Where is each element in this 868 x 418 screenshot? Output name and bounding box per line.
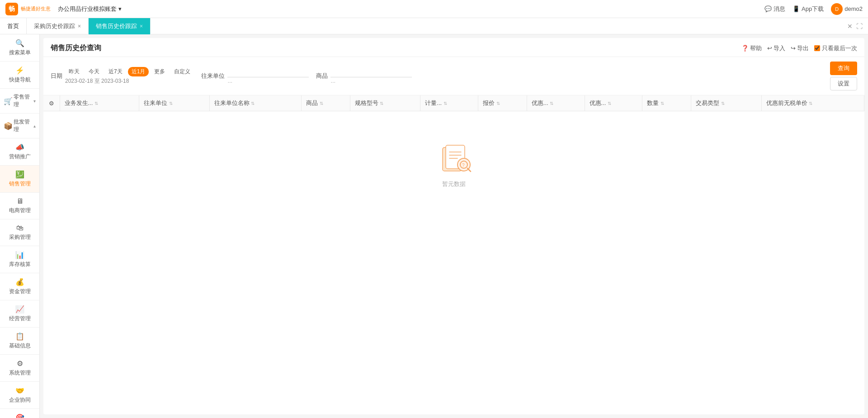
th-qty[interactable]: 数量 ⇅ xyxy=(642,95,691,111)
date-buttons: 昨天 今天 近7天 近1月 更多 自定义 xyxy=(65,67,194,76)
sidebar-retail-label: 零售管理 xyxy=(14,93,33,109)
tab-sales-close[interactable]: × xyxy=(140,23,143,29)
date-btn-more[interactable]: 更多 xyxy=(151,67,169,76)
sidebar-item-corp[interactable]: 🤝 企业协同 xyxy=(0,382,39,409)
user-area[interactable]: D demo2 xyxy=(831,3,863,15)
sidebar-item-search[interactable]: 🔍 搜索菜单 xyxy=(0,34,39,62)
chevron-down-icon: ▾ xyxy=(33,99,36,104)
sidebar-item-purchase[interactable]: 🛍 采购管理 xyxy=(0,219,39,246)
topbar: 畅 畅捷通好生意 办公用品行业模拟账套 ▾ 💬 消息 📱 App下载 D dem… xyxy=(0,0,868,18)
sidebar-item-wholesale[interactable]: 📦 批发管理 ▴ xyxy=(0,114,39,138)
sort-icon: ⇅ xyxy=(251,101,255,106)
chevron-up-icon: ▴ xyxy=(33,124,36,128)
goods-filter-group: 商品 ... xyxy=(316,68,412,84)
th-goods[interactable]: 商品 ⇅ xyxy=(301,95,350,111)
table-header-row: ⚙ 业务发生... ⇅ 往来单位 ⇅ 往来单位名称 ⇅ 商品 ⇅ 规格型号 ⇅ … xyxy=(43,95,864,111)
th-notax-price[interactable]: 优惠前无税单价 ⇅ xyxy=(761,95,864,111)
export-icon: ↪ xyxy=(791,45,796,52)
sidebar-item-inventory[interactable]: 📊 库存核算 xyxy=(0,246,39,273)
sidebar-item-ops[interactable]: 📈 经营管理 xyxy=(0,300,39,328)
th-gear[interactable]: ⚙ xyxy=(43,95,60,111)
th-trade-type[interactable]: 交易类型 ⇅ xyxy=(691,95,761,111)
sidebar-ecom-label: 电商管理 xyxy=(9,207,31,214)
sidebar-item-shortcut[interactable]: ⚡ 快捷导航 xyxy=(0,62,39,89)
goods-input[interactable] xyxy=(330,68,412,77)
tab-sales-label: 销售历史价跟踪 xyxy=(96,22,137,30)
sidebar-item-finance[interactable]: 💰 资金管理 xyxy=(0,273,39,300)
show-last-checkbox[interactable] xyxy=(814,45,820,51)
message-label: 消息 xyxy=(774,5,785,13)
app-label: App下载 xyxy=(802,5,824,13)
guide-icon: 🎯 xyxy=(15,413,24,418)
th-price[interactable]: 报价 ⇅ xyxy=(478,95,527,111)
th-biz-date[interactable]: 业务发生... ⇅ xyxy=(60,95,139,111)
corp-icon: 🤝 xyxy=(15,386,24,395)
base-icon: 📋 xyxy=(15,332,24,341)
sort-icon: ⇅ xyxy=(721,101,725,106)
tabbar: 首页 采购历史价跟踪 × 销售历史价跟踪 × ✕ ⛶ xyxy=(0,18,868,34)
sidebar-item-system[interactable]: ⚙ 系统管理 xyxy=(0,355,39,382)
query-button[interactable]: 查询 xyxy=(830,62,857,75)
show-last-label: 只看最后一次 xyxy=(822,44,857,52)
th-partner-id[interactable]: 往来单位 ⇅ xyxy=(139,95,210,111)
tab-purchase[interactable]: 采购历史价跟踪 × xyxy=(27,18,89,34)
date-label: 日期 xyxy=(51,72,62,80)
th-partner-name[interactable]: 往来单位名称 ⇅ xyxy=(209,95,301,111)
sidebar-item-guide[interactable]: 🎯 新手引导 xyxy=(0,409,39,418)
message-icon: 💬 xyxy=(764,5,772,12)
search-icon: 🔍 xyxy=(15,39,24,48)
page-title: 销售历史价查询 xyxy=(51,43,101,53)
logo-icon: 畅 xyxy=(5,3,18,15)
sidebar-item-retail[interactable]: 🛒 零售管理 ▾ xyxy=(0,89,39,114)
sidebar-item-base[interactable]: 📋 基础信息 xyxy=(0,328,39,355)
partner-input[interactable] xyxy=(227,68,309,77)
tab-home[interactable]: 首页 xyxy=(0,18,27,34)
partner-dots[interactable]: ... xyxy=(227,77,309,84)
th-unit[interactable]: 计量... ⇅ xyxy=(420,95,478,111)
sort-icon: ⇅ xyxy=(380,101,383,106)
svg-text:?: ? xyxy=(462,163,465,168)
dropdown-arrow-icon: ▾ xyxy=(118,5,122,12)
sidebar-item-ecom[interactable]: 🖥 电商管理 xyxy=(0,193,39,219)
date-btn-1month[interactable]: 近1月 xyxy=(128,67,149,76)
th-discount2[interactable]: 优惠... ⇅ xyxy=(585,95,642,111)
maximize-btn[interactable]: ⛶ xyxy=(856,23,863,30)
sidebar-marketing-label: 营销推广 xyxy=(9,153,31,161)
date-btn-custom[interactable]: 自定义 xyxy=(170,67,194,76)
sales-icon: 💹 xyxy=(15,170,24,179)
inventory-icon: 📊 xyxy=(15,251,24,259)
finance-icon: 💰 xyxy=(15,278,24,286)
show-last-checkbox-area[interactable]: 只看最后一次 xyxy=(814,44,857,52)
export-btn[interactable]: ↪ 导出 xyxy=(791,44,809,52)
app-download-btn[interactable]: 📱 App下载 xyxy=(793,5,824,13)
tab-sales[interactable]: 销售历史价跟踪 × xyxy=(89,18,151,34)
help-btn[interactable]: ❓ 帮助 xyxy=(741,44,762,52)
sidebar-item-marketing[interactable]: 📣 营销推广 xyxy=(0,138,39,166)
date-btn-today[interactable]: 今天 xyxy=(85,67,103,76)
th-spec[interactable]: 规格型号 ⇅ xyxy=(350,95,420,111)
tabbar-actions: ✕ ⛶ xyxy=(847,23,868,30)
date-options-area: 昨天 今天 近7天 近1月 更多 自定义 2023-02-18 至 2023-0… xyxy=(65,67,194,85)
main-layout: 🔍 搜索菜单 ⚡ 快捷导航 🛒 零售管理 ▾ 📦 批发管理 ▴ 📣 营销推广 💹… xyxy=(0,34,868,418)
sort-icon: ⇅ xyxy=(608,101,611,106)
import-btn[interactable]: ↩ 导入 xyxy=(767,44,785,52)
company-selector[interactable]: 办公用品行业模拟账套 ▾ xyxy=(54,3,125,15)
logo-text: 畅捷通好生意 xyxy=(21,6,51,12)
topbar-right: 💬 消息 📱 App下载 D demo2 xyxy=(764,3,863,15)
sidebar-item-sales[interactable]: 💹 销售管理 xyxy=(0,166,39,193)
message-btn[interactable]: 💬 消息 xyxy=(764,5,785,13)
goods-label: 商品 xyxy=(316,72,328,80)
sidebar-corp-label: 企业协同 xyxy=(9,396,31,404)
import-icon: ↩ xyxy=(767,45,772,52)
date-btn-7days[interactable]: 近7天 xyxy=(105,67,126,76)
ecom-icon: 🖥 xyxy=(16,197,24,205)
tab-purchase-close[interactable]: × xyxy=(78,23,81,29)
goods-dots[interactable]: ... xyxy=(330,77,412,84)
close-all-btn[interactable]: ✕ xyxy=(847,23,853,30)
sort-icon: ⇅ xyxy=(443,101,447,106)
content-area: 销售历史价查询 ❓ 帮助 ↩ 导入 ↪ 导出 只看最后一次 xyxy=(43,38,864,414)
setting-button[interactable]: 设置 xyxy=(830,77,857,90)
sort-icon: ⇅ xyxy=(496,101,500,106)
th-discount1[interactable]: 优惠... ⇅ xyxy=(527,95,585,111)
date-btn-yesterday[interactable]: 昨天 xyxy=(65,67,83,76)
